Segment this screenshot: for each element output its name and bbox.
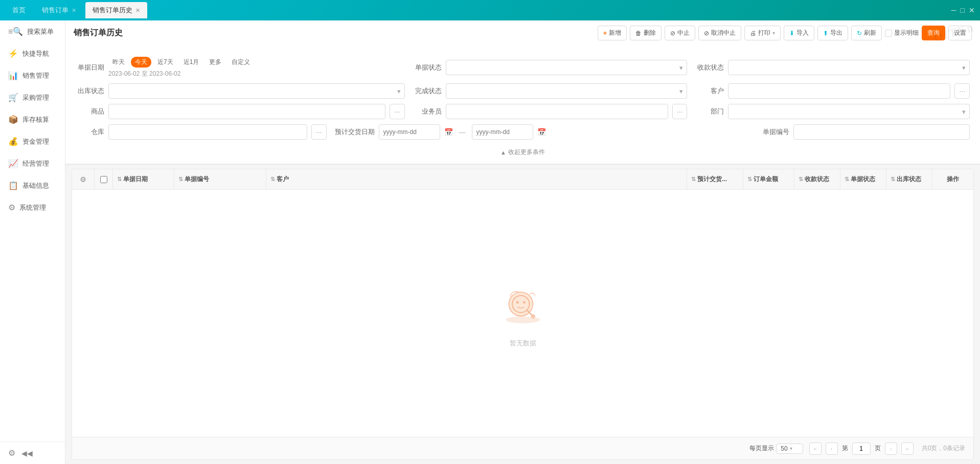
import-button[interactable]: ⬇ 导入 bbox=[784, 26, 814, 40]
page-size-box[interactable]: 50 ▾ bbox=[776, 444, 803, 454]
jump-suffix: 页 bbox=[875, 444, 881, 453]
date-tab-more[interactable]: 更多 bbox=[205, 57, 225, 68]
product-filter-group: 商品 ··· bbox=[76, 104, 405, 119]
product-input[interactable] bbox=[108, 104, 385, 119]
sort-outbound-icon[interactable]: ⇅ bbox=[891, 176, 895, 183]
sidebar-item-quick-nav-label: 快捷导航 bbox=[22, 49, 49, 58]
page-size-label: 每页显示 bbox=[749, 444, 774, 453]
stop-label: 中止 bbox=[677, 29, 690, 37]
completion-select-display[interactable] bbox=[446, 83, 688, 99]
stop-button[interactable]: ⊘ 中止 bbox=[665, 26, 695, 40]
status-select-wrapper[interactable]: ▾ bbox=[446, 60, 688, 75]
sort-no-icon[interactable]: ⇅ bbox=[178, 176, 183, 183]
select-all-checkbox[interactable] bbox=[100, 176, 107, 183]
sort-customer-icon[interactable]: ⇅ bbox=[270, 176, 275, 183]
sidebar-item-sales-mgmt[interactable]: 📊 销售管理 bbox=[0, 64, 65, 86]
dept-select-display[interactable] bbox=[728, 104, 970, 119]
print-button[interactable]: 🖨 打印 ▾ bbox=[744, 26, 781, 40]
sidebar-settings-icon[interactable]: ⚙ bbox=[8, 448, 15, 458]
date-tab-yesterday[interactable]: 昨天 bbox=[108, 57, 129, 68]
tab-sales-order-history-close[interactable]: ✕ bbox=[135, 7, 140, 14]
close-btn[interactable]: ✕ bbox=[969, 6, 975, 14]
svg-point-5 bbox=[516, 301, 518, 303]
orderno-input[interactable] bbox=[793, 124, 970, 140]
sidebar-item-fund-mgmt[interactable]: 💰 资金管理 bbox=[0, 130, 65, 152]
sidebar-item-operations[interactable]: 📈 经营管理 bbox=[0, 152, 65, 174]
calendar-to-icon[interactable]: 📅 bbox=[537, 128, 546, 136]
payment-select-display[interactable] bbox=[728, 60, 970, 75]
date-label: 单据日期 bbox=[76, 63, 104, 72]
settings-btn[interactable]: 设置 bbox=[948, 26, 972, 40]
sort-delivery-icon[interactable]: ⇅ bbox=[691, 176, 696, 183]
sidebar-item-inventory[interactable]: 📦 库存核算 bbox=[0, 108, 65, 130]
tab-home-label: 首页 bbox=[12, 6, 26, 15]
delivery-to-input[interactable] bbox=[472, 124, 533, 140]
salesman-input[interactable] bbox=[446, 104, 668, 119]
customer-dots-btn[interactable]: ··· bbox=[954, 83, 970, 99]
outbound-select-display[interactable] bbox=[108, 83, 405, 99]
sidebar-item-sys-mgmt-label: 系统管理 bbox=[19, 203, 46, 212]
status-filter-group: 单据状态 ▾ bbox=[413, 60, 688, 75]
calendar-from-icon[interactable]: 📅 bbox=[444, 128, 453, 136]
refresh-button[interactable]: ↻ 刷新 bbox=[851, 26, 882, 40]
delivery-label: 预计交货日期 bbox=[335, 127, 375, 137]
date-tab-1month[interactable]: 近1月 bbox=[179, 57, 203, 68]
warehouse-input[interactable] bbox=[108, 124, 307, 140]
th-action: 操作 bbox=[932, 169, 973, 189]
payment-select-wrapper[interactable]: ▾ bbox=[728, 60, 970, 75]
warehouse-dots-btn[interactable]: ··· bbox=[311, 124, 327, 140]
add-button[interactable]: + 新增 bbox=[598, 26, 627, 40]
th-settings[interactable]: ⚙ bbox=[72, 169, 95, 189]
date-tab-today[interactable]: 今天 bbox=[131, 57, 151, 68]
maximize-btn[interactable]: □ bbox=[961, 6, 965, 14]
display-detail-toggle[interactable]: 显示明细 bbox=[885, 29, 919, 37]
salesman-dots-btn[interactable]: ··· bbox=[672, 104, 688, 119]
sidebar-item-search-menu[interactable]: ≡🔍 搜索菜单 bbox=[0, 20, 65, 42]
sort-status-icon[interactable]: ⇅ bbox=[845, 176, 849, 183]
sort-date-icon[interactable]: ⇅ bbox=[117, 176, 122, 183]
product-dots-btn[interactable]: ··· bbox=[390, 104, 405, 119]
sidebar-collapse-icon[interactable]: ◀◀ bbox=[21, 449, 33, 457]
page-number-input[interactable] bbox=[852, 443, 871, 455]
sidebar-item-sys-mgmt[interactable]: ⚙ 系统管理 bbox=[0, 196, 65, 218]
tab-sales-order[interactable]: 销售订单 ✕ bbox=[35, 2, 83, 18]
sort-amount-icon[interactable]: ⇅ bbox=[747, 176, 752, 183]
outbound-select-wrapper[interactable]: ▾ bbox=[108, 83, 405, 99]
minimize-btn[interactable]: ─ bbox=[951, 6, 956, 14]
page-header-top: 销售订单历史 + 新增 🗑 删除 ⊘ 中止 ⊘ bbox=[65, 20, 980, 45]
prev-page-btn[interactable]: ‹ bbox=[826, 443, 838, 455]
sidebar-item-quick-nav[interactable]: ⚡ 快捷导航 bbox=[0, 42, 65, 64]
status-select-display[interactable] bbox=[446, 60, 688, 75]
tab-sales-order-history[interactable]: 销售订单历史 ✕ bbox=[85, 2, 147, 18]
th-outbound-label: 出库状态 bbox=[897, 175, 921, 184]
sidebar-item-operations-label: 经营管理 bbox=[22, 159, 49, 168]
delete-button[interactable]: 🗑 删除 bbox=[630, 26, 662, 40]
customer-input[interactable] bbox=[728, 83, 950, 99]
add-label: 新增 bbox=[609, 29, 621, 37]
date-tabs: 昨天 今天 近7天 近1月 更多 自定义 bbox=[108, 57, 254, 68]
dept-select-wrapper[interactable]: ▾ bbox=[728, 104, 970, 119]
orderno-filter-group: 单据编号 bbox=[761, 124, 970, 140]
sidebar-item-base-info[interactable]: 📋 基础信息 bbox=[0, 174, 65, 196]
sidebar-item-purchase-mgmt[interactable]: 🛒 采购管理 bbox=[0, 86, 65, 108]
collapse-row[interactable]: ▲ 收起更多条件 bbox=[76, 145, 970, 158]
next-page-btn[interactable]: › bbox=[885, 443, 897, 455]
query-button[interactable]: 查询 bbox=[922, 26, 945, 40]
completion-select-wrapper[interactable]: ▾ bbox=[446, 83, 688, 99]
export-button[interactable]: ⬆ 导出 bbox=[817, 26, 848, 40]
display-detail-checkbox[interactable] bbox=[885, 30, 892, 37]
last-page-btn[interactable]: » bbox=[901, 443, 914, 455]
tab-sales-order-close[interactable]: ✕ bbox=[72, 7, 76, 14]
date-tab-7days[interactable]: 近7天 bbox=[153, 57, 177, 68]
th-action-label: 操作 bbox=[947, 175, 959, 184]
first-page-btn[interactable]: « bbox=[809, 443, 822, 455]
date-separator: — bbox=[457, 128, 468, 136]
delivery-from-input[interactable] bbox=[379, 124, 440, 140]
content-area: 销售订单历史 + 新增 🗑 删除 ⊘ 中止 ⊘ bbox=[65, 20, 980, 464]
cancel-stop-button[interactable]: ⊘ 取消中止 bbox=[698, 26, 741, 40]
th-check[interactable] bbox=[95, 169, 113, 189]
date-tab-custom[interactable]: 自定义 bbox=[227, 57, 254, 68]
tab-home[interactable]: 首页 bbox=[5, 2, 33, 18]
prev-page-icon: ‹ bbox=[831, 446, 833, 452]
sort-payment-icon[interactable]: ⇅ bbox=[799, 176, 803, 183]
